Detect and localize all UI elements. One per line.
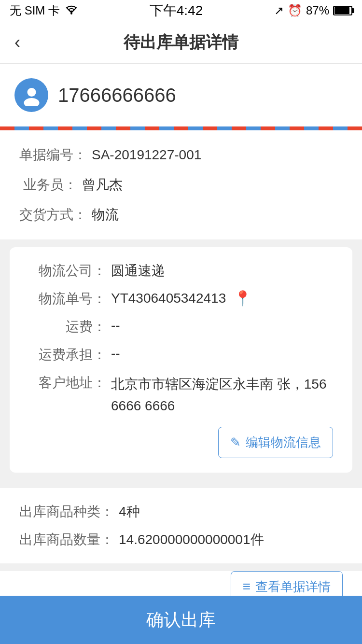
alarm-icon: ⏰ [288, 4, 302, 17]
logistics-freightbear-label: 运费承担： [29, 346, 106, 364]
status-time: 下午4:42 [150, 1, 203, 20]
confirm-btn-container: 确认出库 [0, 596, 362, 644]
doc-number-row: 单据编号： SA-20191227-001 [19, 145, 343, 165]
logistics-freight-value: -- [111, 318, 333, 333]
delivery-label: 交货方式： [19, 205, 87, 225]
logistics-address-row: 客户地址： 北京市市辖区海淀区永丰南 张，156 6666 6666 [29, 374, 333, 417]
goods-type-row: 出库商品种类： 4种 [19, 503, 343, 521]
svg-point-1 [27, 88, 36, 97]
logistics-company-row: 物流公司： 圆通速递 [29, 262, 333, 280]
edit-btn-wrapper: ✎ 编辑物流信息 [29, 427, 333, 458]
edit-logistics-button[interactable]: ✎ 编辑物流信息 [218, 427, 333, 458]
battery-percent: 87% [306, 4, 329, 17]
logistics-freightbear-row: 运费承担： -- [29, 346, 333, 364]
logistics-tracking-row: 物流单号： YT43064053424​13 📍 [29, 290, 333, 308]
dashed-separator [0, 126, 362, 130]
status-left: 无 SIM 卡 [10, 3, 78, 18]
confirm-button[interactable]: 确认出库 [146, 608, 216, 632]
location-icon: ↗ [274, 4, 284, 17]
svg-point-0 [70, 13, 72, 14]
logistics-company-label: 物流公司： [29, 262, 106, 280]
tracking-number: YT43064053424​13 [111, 291, 226, 306]
avatar [14, 78, 48, 112]
goods-quantity-value: 14.620000000000001件 [119, 531, 264, 549]
edit-icon: ✎ [230, 435, 241, 450]
nav-bar: ‹ 待出库单据详情 [0, 21, 362, 64]
logistics-company-value: 圆通速递 [111, 262, 333, 280]
document-info-section: 单据编号： SA-20191227-001 业务员： 曾凡杰 交货方式： 物流 [0, 130, 362, 239]
logistics-block: 物流公司： 圆通速递 物流单号： YT43064053424​13 📍 运费： … [10, 247, 352, 473]
status-bar: 无 SIM 卡 下午4:42 ↗ ⏰ 87% [0, 0, 362, 21]
view-detail-label: 查看单据详情 [255, 578, 331, 595]
goods-quantity-label: 出库商品数量： [19, 531, 114, 549]
goods-quantity-row: 出库商品数量： 14.620000000000001件 [19, 531, 343, 549]
customer-phone: 17666666666 [58, 84, 176, 106]
view-detail-icon: ≡ [243, 579, 251, 594]
wifi-icon [65, 4, 78, 17]
logistics-tracking-label: 物流单号： [29, 290, 106, 308]
map-pin-icon[interactable]: 📍 [234, 290, 251, 307]
section-divider [0, 480, 362, 488]
logistics-freightbear-value: -- [111, 346, 333, 361]
battery-icon [333, 6, 352, 15]
page-title: 待出库单据详情 [124, 31, 238, 54]
goods-section: 出库商品种类： 4种 出库商品数量： 14.620000000000001件 [0, 488, 362, 563]
goods-type-label: 出库商品种类： [19, 503, 114, 521]
content-area: 17666666666 单据编号： SA-20191227-001 业务员： 曾… [0, 64, 362, 644]
logistics-freight-label: 运费： [29, 318, 106, 336]
sales-value: 曾凡杰 [82, 175, 343, 195]
delivery-row: 交货方式： 物流 [19, 205, 343, 225]
doc-number-value: SA-20191227-001 [92, 145, 343, 165]
logistics-address-label: 客户地址： [29, 374, 106, 392]
goods-type-value: 4种 [119, 503, 140, 521]
svg-point-2 [24, 98, 39, 106]
sales-label: 业务员： [19, 175, 77, 195]
logistics-freight-row: 运费： -- [29, 318, 333, 336]
status-right: ↗ ⏰ 87% [274, 4, 352, 17]
edit-logistics-label: 编辑物流信息 [246, 434, 321, 451]
logistics-address-value: 北京市市辖区海淀区永丰南 张，156 6666 6666 [111, 374, 333, 417]
carrier-label: 无 SIM 卡 [10, 3, 60, 18]
delivery-value: 物流 [92, 205, 343, 225]
customer-card: 17666666666 [0, 64, 362, 126]
back-button[interactable]: ‹ [14, 32, 20, 53]
logistics-tracking-value: YT43064053424​13 📍 [111, 290, 333, 307]
doc-number-label: 单据编号： [19, 145, 87, 165]
sales-row: 业务员： 曾凡杰 [19, 175, 343, 195]
